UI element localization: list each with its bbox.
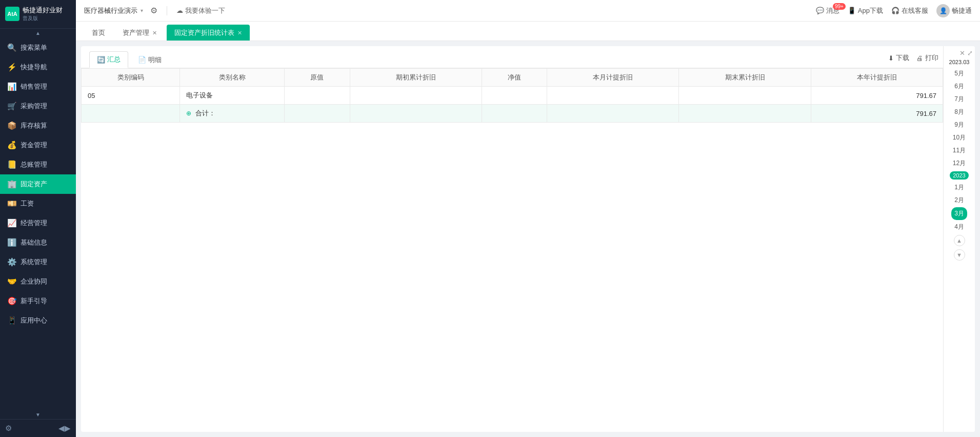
enterprise-icon: 🤝 [7, 277, 16, 286]
topbar-right: 💬 消息 99+ 📱 App下载 🎧 在线客服 👤 畅捷通 [816, 4, 972, 17]
right-date-panel: ✕ ⤢ 2023.03 5月 6月 7月 8月 9月 10月 11月 12月 2… [943, 46, 975, 432]
sidebar-header: AtA 畅捷通好业财 普及版 [0, 0, 76, 29]
month-item-10[interactable]: 10月 [944, 131, 975, 144]
main-content: 医疗器械行业演示 ▾ ⚙ ☁ 我要体验一下 💬 消息 99+ 📱 App下载 🎧… [76, 0, 980, 437]
month-item-6[interactable]: 6月 [944, 80, 975, 93]
sidebar-item-basic-info[interactable]: ℹ️ 基础信息 [0, 233, 76, 252]
sidebar-item-app-center[interactable]: 📱 应用中心 [0, 311, 76, 330]
sidebar-item-ledger[interactable]: 📒 总账管理 [0, 155, 76, 174]
col-header-ending-accum: 期末累计折旧 [679, 69, 811, 87]
col-header-initial-accum: 期初累计折旧 [350, 69, 482, 87]
sidebar-sales-label: 销售管理 [21, 82, 47, 91]
download-btn[interactable]: ⬇ 下载 [888, 53, 909, 63]
month-item-7[interactable]: 7月 [944, 93, 975, 106]
print-btn[interactable]: 🖨 打印 [916, 53, 938, 63]
month-item-5[interactable]: 5月 [944, 67, 975, 80]
company-selector[interactable]: 医疗器械行业演示 ▾ [84, 6, 143, 15]
month-item-8[interactable]: 8月 [944, 106, 975, 118]
sidebar-scroll-up[interactable]: ▲ [34, 30, 42, 37]
sidebar-item-operations[interactable]: 📈 经营管理 [0, 213, 76, 233]
col-header-name: 类别名称 [180, 69, 285, 87]
fixed-assets-report-tab-close[interactable]: ✕ [237, 30, 242, 36]
month-item-9[interactable]: 9月 [944, 118, 975, 131]
headset-icon: 🎧 [891, 7, 899, 14]
sidebar-app-center-label: 应用中心 [21, 316, 47, 325]
sidebar-footer: ⚙ ◀▶ [0, 419, 76, 437]
asset-management-tab-close[interactable]: ✕ [152, 30, 157, 36]
total-empty-code [82, 105, 180, 123]
panel-nav-up[interactable]: ▲ [954, 235, 965, 246]
sidebar-basic-info-label: 基础信息 [21, 238, 47, 247]
row-code: 05 [82, 87, 180, 105]
sidebar-scroll-down[interactable]: ▼ [34, 411, 42, 418]
topbar-settings-icon[interactable]: ⚙ [150, 6, 157, 15]
tab-fixed-assets-report[interactable]: 固定资产折旧统计表 ✕ [167, 25, 250, 41]
panel-expand-btn[interactable]: ⤢ [967, 49, 973, 57]
row-initial-accum [350, 87, 482, 105]
ledger-icon: 📒 [7, 160, 16, 169]
year-badge-2023: 2023 [950, 171, 968, 180]
tab-home[interactable]: 首页 [84, 25, 113, 41]
row-annual-dep: 791.67 [811, 87, 943, 105]
guide-icon: 🎯 [7, 296, 16, 306]
sidebar-item-sales[interactable]: 📊 销售管理 [0, 77, 76, 96]
payroll-icon: 💴 [7, 199, 16, 208]
online-service-btn[interactable]: 🎧 在线客服 [891, 6, 928, 15]
collapse-sidebar-icon[interactable]: ◀▶ [58, 424, 71, 433]
purchase-icon: 🛒 [7, 102, 16, 111]
panel-nav-down[interactable]: ▼ [954, 249, 965, 261]
online-service-label: 在线客服 [902, 6, 928, 15]
sidebar: AtA 畅捷通好业财 普及版 ▲ 🔍 搜索菜单 ⚡ 快捷导航 📊 销售管理 🛒 … [0, 0, 76, 437]
sidebar-item-payroll[interactable]: 💴 工资 [0, 194, 76, 213]
sidebar-operations-label: 经营管理 [21, 218, 47, 228]
sales-icon: 📊 [7, 82, 16, 91]
sidebar-nav: 🔍 搜索菜单 ⚡ 快捷导航 📊 销售管理 🛒 采购管理 📦 库存核算 💰 资金管… [0, 38, 76, 410]
sidebar-search-label: 搜索菜单 [21, 43, 47, 52]
app-download-btn[interactable]: 📱 App下载 [848, 6, 883, 15]
sidebar-item-guide[interactable]: 🎯 新手引导 [0, 291, 76, 311]
cloud-icon: ☁ [176, 7, 183, 14]
table-container: 类别编码 类别名称 原值 期初累计折旧 净值 本月计提折旧 期末累计折旧 本年计… [81, 68, 975, 432]
month-item-2[interactable]: 2月 [944, 194, 975, 207]
col-header-net-value: 净值 [482, 69, 547, 87]
total-label-cell: ⊕ 合计： [180, 105, 285, 123]
month-item-1[interactable]: 1月 [944, 181, 975, 194]
system-icon: ⚙️ [7, 257, 16, 267]
print-icon: 🖨 [916, 54, 923, 62]
sidebar-item-fixed-assets[interactable]: 🏢 固定资产 [0, 174, 76, 194]
summary-tab-icon: 🔄 [97, 56, 105, 64]
month-item-11[interactable]: 11月 [944, 144, 975, 157]
tab-asset-management[interactable]: 资产管理 ✕ [115, 25, 165, 41]
total-ending-accum [679, 105, 811, 123]
panel-close-btn[interactable]: ✕ [959, 49, 965, 57]
user-profile-btn[interactable]: 👤 畅捷通 [936, 4, 972, 17]
sidebar-item-enterprise[interactable]: 🤝 企业协同 [0, 272, 76, 291]
message-icon: 💬 [816, 7, 824, 14]
settings-footer-icon[interactable]: ⚙ [5, 424, 12, 433]
sidebar-item-search[interactable]: 🔍 搜索菜单 [0, 38, 76, 57]
month-item-3-active[interactable]: 3月 [951, 207, 967, 220]
total-initial-accum [350, 105, 482, 123]
sidebar-item-quick-nav[interactable]: ⚡ 快捷导航 [0, 57, 76, 77]
experience-btn[interactable]: ☁ 我要体验一下 [176, 6, 225, 15]
sub-tab-summary[interactable]: 🔄 汇总 [89, 51, 128, 68]
message-btn[interactable]: 💬 消息 99+ [816, 6, 839, 15]
avatar: 👤 [936, 4, 950, 17]
download-icon: ⬇ [888, 54, 894, 62]
sidebar-item-system[interactable]: ⚙️ 系统管理 [0, 252, 76, 272]
app-title-group: 畅捷通好业财 普及版 [23, 6, 63, 22]
total-icon: ⊕ [186, 110, 191, 117]
month-item-12[interactable]: 12月 [944, 157, 975, 170]
quick-nav-icon: ⚡ [7, 63, 16, 72]
sub-tab-detail[interactable]: 📄 明细 [130, 52, 169, 68]
sidebar-item-finance[interactable]: 💰 资金管理 [0, 135, 76, 155]
total-monthly-dep [547, 105, 679, 123]
fixed-assets-report-tab-label: 固定资产折旧统计表 [174, 28, 234, 37]
month-item-4[interactable]: 4月 [944, 221, 975, 233]
sidebar-enterprise-label: 企业协同 [21, 277, 47, 286]
table-total-row: ⊕ 合计： 791.67 [82, 105, 943, 123]
summary-tab-label: 汇总 [107, 55, 121, 64]
sidebar-item-purchase[interactable]: 🛒 采购管理 [0, 96, 76, 116]
finance-icon: 💰 [7, 141, 16, 150]
sidebar-item-inventory[interactable]: 📦 库存核算 [0, 116, 76, 135]
